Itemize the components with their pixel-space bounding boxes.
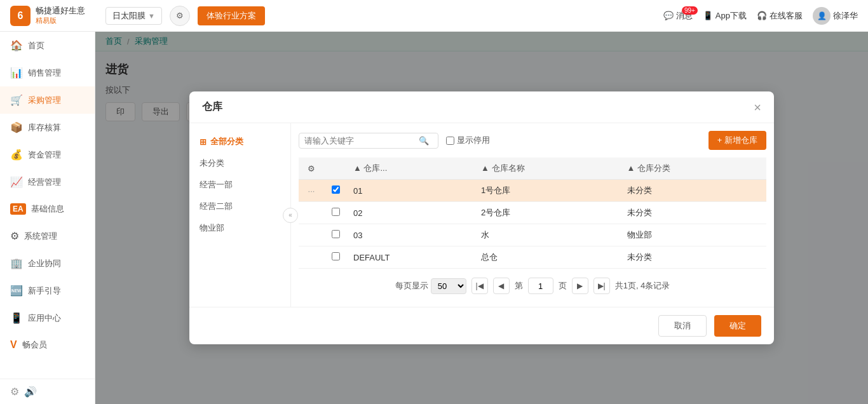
table-row[interactable]: ··· 01 1号仓库 未分类: [299, 180, 766, 202]
code-sort-icon: ▲: [353, 163, 362, 173]
category-item-ops2[interactable]: 经营二部: [189, 196, 290, 217]
sidebar-label-operations: 经营管理: [28, 177, 61, 188]
table-header-row: ⚙ ▲ 仓库... ▲ 仓库名称 ▲ 仓库分类: [299, 158, 766, 180]
confirm-button[interactable]: 确定: [714, 315, 761, 337]
collapse-button[interactable]: «: [283, 208, 298, 223]
row-actions-cell: [299, 246, 324, 269]
sidebar-item-vip[interactable]: V 畅会员: [0, 332, 95, 358]
sidebar-item-inventory[interactable]: 📦 库存核算: [0, 114, 95, 141]
row-checkbox[interactable]: [332, 185, 340, 194]
page-label: 第: [515, 280, 523, 292]
category-item-ops1[interactable]: 经营一部: [189, 174, 290, 196]
search-input[interactable]: [304, 136, 419, 145]
logo-sub: 精易版: [36, 16, 85, 25]
row-checkbox[interactable]: [332, 208, 340, 216]
phone-icon: 📱: [703, 11, 713, 20]
checkbox-col-header: [324, 158, 347, 180]
online-service-button[interactable]: 🎧 在线客服: [757, 10, 803, 22]
sidebar-item-sales[interactable]: 📊 销售管理: [0, 59, 95, 86]
sidebar: 🏠 首页 📊 销售管理 🛒 采购管理 📦 库存核算 💰 资金管理 📈 经营管理 …: [0, 32, 95, 404]
per-page-dropdown[interactable]: 10 20 50 100: [431, 278, 466, 294]
trial-button[interactable]: 体验行业方案: [198, 6, 265, 25]
enterprise-icon: 🏢: [10, 257, 23, 269]
show-disabled-checkbox[interactable]: [446, 137, 454, 145]
table-panel: 🔍 显示停用 + 新增仓库 ⚙: [291, 123, 774, 307]
logo-name: 畅捷通好生意: [36, 6, 85, 17]
sidebar-item-basic[interactable]: EA 基础信息: [0, 196, 95, 222]
sidebar-item-apps[interactable]: 📱 应用中心: [0, 304, 95, 332]
system-icon: ⚙: [10, 230, 19, 242]
app-download-button[interactable]: 📱 App下载: [703, 10, 747, 22]
sidebar-item-operations[interactable]: 📈 经营管理: [0, 168, 95, 196]
sidebar-item-system[interactable]: ⚙ 系统管理: [0, 222, 95, 250]
show-disabled-label: 显示停用: [457, 135, 490, 146]
all-categories-button[interactable]: ⊞ 全部分类: [189, 131, 290, 152]
apps-icon: 📱: [10, 312, 23, 324]
row-checkbox[interactable]: [332, 252, 340, 260]
cancel-button[interactable]: 取消: [658, 315, 707, 337]
add-warehouse-button[interactable]: + 新增仓库: [709, 131, 766, 150]
search-icon[interactable]: 🔍: [419, 136, 429, 145]
per-page-label: 每页显示: [395, 280, 428, 292]
prev-page-button[interactable]: ◀: [493, 278, 510, 294]
warehouse-table: ⚙ ▲ 仓库... ▲ 仓库名称 ▲ 仓库分类: [299, 158, 766, 269]
row-name-cell: 总仓: [475, 246, 620, 269]
logo-icon: 6: [10, 6, 31, 26]
row-checkbox-cell[interactable]: [324, 202, 347, 224]
dropdown-arrow-icon: ▼: [148, 12, 155, 20]
row-actions-cell: ···: [299, 180, 324, 202]
all-categories-label: 全部分类: [210, 136, 243, 147]
name-sort-icon: ▲: [481, 163, 489, 173]
category-col-header: ▲ 仓库分类: [621, 158, 766, 180]
gear-icon: ⚙: [176, 11, 184, 20]
sidebar-item-enterprise[interactable]: 🏢 企业协同: [0, 250, 95, 277]
total-label: 共1页, 4条记录: [615, 280, 670, 292]
cat-sort-icon: ▲: [627, 163, 635, 173]
settings-col-header: ⚙: [299, 158, 324, 180]
table-toolbar: 🔍 显示停用 + 新增仓库: [299, 131, 766, 150]
last-page-button[interactable]: ▶|: [593, 278, 610, 294]
logo-area: 6 畅捷通好生意 精易版: [10, 6, 105, 26]
sidebar-item-purchase[interactable]: 🛒 采购管理: [0, 86, 95, 114]
row-category-cell: 物业部: [621, 224, 766, 246]
row-code-cell: DEFAULT: [347, 246, 475, 269]
table-row[interactable]: 02 2号仓库 未分类: [299, 202, 766, 224]
row-checkbox-cell[interactable]: [324, 246, 347, 269]
first-page-button[interactable]: |◀: [471, 278, 488, 294]
row-more-icon[interactable]: ···: [308, 186, 315, 196]
close-button[interactable]: ×: [754, 101, 761, 114]
page-number-input[interactable]: [528, 278, 553, 294]
row-checkbox-cell[interactable]: [324, 224, 347, 246]
messages-button[interactable]: 💬 消息 99+: [663, 10, 693, 22]
home-icon: 🏠: [10, 39, 23, 51]
app-download-label: App下载: [715, 10, 747, 22]
settings-bottom-icon[interactable]: ⚙: [10, 386, 19, 398]
sidebar-bottom: ⚙ 🔊: [0, 379, 95, 404]
speaker-icon[interactable]: 🔊: [24, 386, 37, 398]
code-col-header: ▲ 仓库...: [347, 158, 475, 180]
row-actions-cell: [299, 224, 324, 246]
row-category-cell: 未分类: [621, 180, 766, 202]
sidebar-item-guide[interactable]: 🆕 新手引导: [0, 277, 95, 304]
settings-button[interactable]: ⚙: [170, 6, 190, 26]
sidebar-label-sales: 销售管理: [28, 67, 61, 79]
sidebar-label-basic: 基础信息: [31, 203, 64, 215]
row-checkbox[interactable]: [332, 230, 340, 238]
avatar: 👤: [813, 7, 831, 25]
row-category-cell: 未分类: [621, 202, 766, 224]
user-profile-button[interactable]: 👤 徐泽华: [813, 7, 858, 25]
sidebar-item-finance[interactable]: 💰 资金管理: [0, 141, 95, 168]
table-row[interactable]: 03 水 物业部: [299, 224, 766, 246]
row-checkbox-cell[interactable]: [324, 180, 347, 202]
show-disabled-checkbox-label[interactable]: 显示停用: [446, 135, 490, 146]
row-name-cell: 水: [475, 224, 620, 246]
modal-overlay: 仓库 × ⊞ 全部分类 未分类 经营一部 经营二部 物业部: [95, 32, 868, 404]
category-item-property[interactable]: 物业部: [189, 217, 290, 239]
table-body: ··· 01 1号仓库 未分类 02 2号仓库 未分类: [299, 180, 766, 269]
sidebar-item-home[interactable]: 🏠 首页: [0, 32, 95, 59]
search-box: 🔍: [299, 133, 438, 149]
store-selector[interactable]: 日太阳膜 ▼: [105, 7, 162, 25]
category-item-unclassified[interactable]: 未分类: [189, 152, 290, 174]
next-page-button[interactable]: ▶: [572, 278, 588, 294]
table-row[interactable]: DEFAULT 总仓 未分类: [299, 246, 766, 269]
